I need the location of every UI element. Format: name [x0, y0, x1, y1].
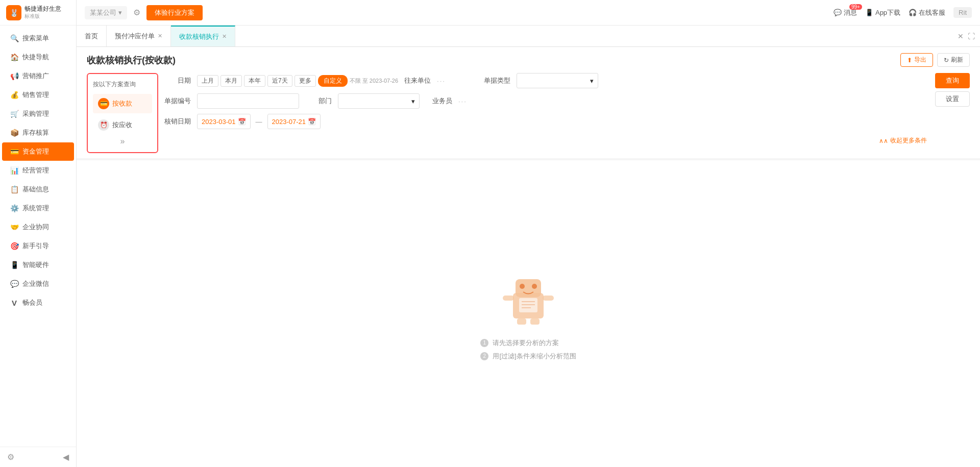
quick-nav-icon: 🏠: [10, 53, 18, 61]
date-btn-last-month[interactable]: 上月: [197, 75, 218, 87]
sidebar-label-enterprise: 企业协同: [22, 223, 49, 232]
sidebar-bottom: ⚙ ◀: [0, 447, 76, 467]
svg-point-3: [532, 284, 537, 289]
refresh-icon: ↻: [944, 57, 949, 64]
filter-actions: 查询 设置: [935, 73, 970, 149]
date-btn-this-year[interactable]: 本年: [244, 75, 265, 87]
topbar: 某某公司 ▾ ⚙ 体验行业方案 💬 消息 99+ 📱 App下载 🎧 在线客服 …: [77, 0, 980, 26]
filter-section: 按以下方案查询 💳 按收款 ⏰ 按应收 » 日期: [77, 67, 980, 158]
industry-btn[interactable]: 体验行业方案: [146, 5, 203, 20]
sidebar-item-inventory[interactable]: 📦库存核算: [2, 124, 74, 142]
counterpart-input[interactable]: ···: [437, 77, 478, 85]
sidebar-item-vip[interactable]: V畅会员: [2, 293, 74, 312]
export-label: 导出: [914, 56, 926, 64]
date-btn-7days[interactable]: 近7天: [267, 75, 292, 87]
date-range-separator: —: [256, 118, 262, 126]
logo-text: 畅捷通好生意 标准版: [24, 5, 61, 20]
doc-type-select[interactable]: ▾: [517, 73, 598, 88]
service-label: 在线客服: [919, 8, 945, 17]
logo-name: 畅捷通好生意: [24, 5, 61, 13]
tip-num-2: 2: [480, 352, 488, 360]
settings-bottom-icon[interactable]: ⚙: [7, 452, 14, 462]
app-download-btn[interactable]: 📱 App下载: [865, 8, 900, 17]
user-name: Rit: [959, 9, 967, 16]
refresh-btn[interactable]: ↻ 刷新: [937, 53, 970, 67]
export-btn[interactable]: ⬆ 导出: [900, 53, 933, 67]
message-btn[interactable]: 💬 消息 99+: [834, 8, 857, 17]
sidebar-item-marketing[interactable]: 📢营销推广: [2, 67, 74, 85]
date-btn-more[interactable]: 更多: [295, 75, 316, 87]
dept-dropdown-icon: ▾: [411, 97, 415, 105]
page-title: 收款核销执行(按收款): [87, 54, 176, 66]
sidebar-label-basic-info: 基础信息: [22, 185, 49, 194]
smart-hw-icon: 📱: [10, 261, 18, 269]
calendar-to-icon: 📅: [308, 118, 316, 126]
verify-date-to[interactable]: 2023-07-21 📅: [267, 114, 321, 129]
topbar-gear-icon[interactable]: ⚙: [133, 8, 140, 17]
filter-left-collapse[interactable]: »: [93, 137, 152, 146]
date-no-limit: 不限 至 2023-07-26: [350, 77, 398, 85]
tab-collection[interactable]: 收款核销执行 ✕: [171, 26, 235, 46]
company-dropdown-icon: ▾: [118, 9, 122, 16]
sidebar-item-enterprise[interactable]: 🤝企业协同: [2, 218, 74, 236]
calendar-from-icon: 📅: [238, 118, 246, 126]
online-service-btn[interactable]: 🎧 在线客服: [909, 8, 945, 17]
filter-option-by-receipt[interactable]: 💳 按收款: [93, 94, 152, 113]
sidebar-item-smart-hw[interactable]: 📱智能硬件: [2, 256, 74, 274]
enterprise-icon: 🤝: [10, 223, 18, 231]
staff-input[interactable]: ···: [458, 97, 499, 105]
sidebar-item-sales[interactable]: 💰销售管理: [2, 86, 74, 104]
inventory-icon: 📦: [10, 129, 18, 137]
collapse-more-btn[interactable]: ∧∧ 收起更多条件: [164, 134, 927, 149]
verify-date-to-value: 2023-07-21: [272, 118, 306, 126]
svg-rect-4: [503, 296, 514, 301]
sidebar-item-capital[interactable]: 💳资金管理: [2, 142, 74, 161]
filter-by-receivable-label: 按应收: [112, 120, 132, 130]
svg-rect-8: [519, 298, 537, 312]
user-profile[interactable]: Rit: [953, 7, 972, 18]
svg-rect-5: [543, 296, 554, 301]
sidebar-item-basic-info[interactable]: 📋基础信息: [2, 180, 74, 199]
sidebar-label-purchase: 采购管理: [22, 109, 49, 118]
company-selector[interactable]: 某某公司 ▾: [85, 6, 127, 19]
tab-home[interactable]: 首页: [77, 26, 107, 46]
newbie-icon: 🎯: [10, 242, 18, 250]
date-custom-tag[interactable]: 自定义: [318, 75, 348, 87]
tab-collection-label: 收款核销执行: [179, 32, 219, 41]
tab-collection-close[interactable]: ✕: [222, 33, 227, 40]
tab-prepay-label: 预付冲应付单: [115, 32, 155, 41]
sidebar-item-quick-nav[interactable]: 🏠快捷导航: [2, 48, 74, 66]
svg-point-2: [520, 284, 525, 289]
tab-prepay[interactable]: 预付冲应付单 ✕: [107, 26, 171, 46]
main-area: 某某公司 ▾ ⚙ 体验行业方案 💬 消息 99+ 📱 App下载 🎧 在线客服 …: [77, 0, 980, 467]
filter-row-1: 日期 上月 本月 本年 近7天 更多 自定义 不限 至 2023-07-26 往…: [164, 73, 927, 88]
doc-no-label: 单据编号: [164, 96, 191, 106]
filter-form-wrapper: 日期 上月 本月 本年 近7天 更多 自定义 不限 至 2023-07-26 往…: [164, 73, 970, 149]
setting-btn[interactable]: 设置: [935, 91, 970, 107]
doc-no-input[interactable]: [197, 93, 299, 109]
page-header-actions: ⬆ 导出 ↻ 刷新: [900, 53, 970, 67]
tab-prepay-close[interactable]: ✕: [158, 33, 162, 39]
sidebar-item-operation[interactable]: 📊经营管理: [2, 161, 74, 180]
tip-num-1: 1: [480, 339, 488, 347]
date-btn-this-month[interactable]: 本月: [220, 75, 242, 87]
page-header: 收款核销执行(按收款) ⬆ 导出 ↻ 刷新: [77, 47, 980, 67]
query-btn[interactable]: 查询: [935, 73, 970, 88]
verify-date-from[interactable]: 2023-03-01 📅: [197, 114, 251, 129]
tab-close-window-icon[interactable]: ✕: [958, 32, 964, 40]
sidebar-item-system[interactable]: ⚙️系统管理: [2, 199, 74, 217]
sidebar-item-newbie[interactable]: 🎯新手引导: [2, 237, 74, 255]
basic-info-icon: 📋: [10, 185, 18, 193]
filter-option-by-receivable[interactable]: ⏰ 按应收: [93, 115, 152, 135]
sidebar-item-search-menu[interactable]: 🔍搜索菜单: [2, 29, 74, 47]
tab-expand-icon[interactable]: ⛶: [968, 32, 975, 40]
export-icon: ⬆: [907, 57, 912, 64]
sidebar-item-wechat[interactable]: 💬企业微信: [2, 275, 74, 293]
topbar-left: 某某公司 ▾ ⚙ 体验行业方案: [85, 5, 203, 20]
collapse-sidebar-icon[interactable]: ◀: [63, 452, 69, 462]
empty-text-area: 1 请先选择要分析的方案 2 用[过滤]条件来缩小分析范围: [480, 336, 576, 363]
dept-select[interactable]: ▾: [338, 93, 420, 109]
service-icon: 🎧: [909, 9, 917, 16]
sidebar-item-purchase[interactable]: 🛒采购管理: [2, 105, 74, 123]
tip-text-2: 用[过滤]条件来缩小分析范围: [493, 350, 576, 363]
